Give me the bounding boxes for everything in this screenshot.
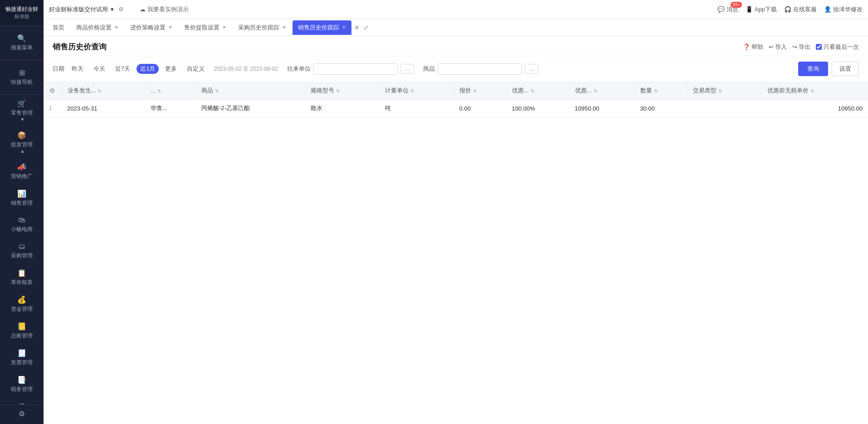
- import-icon: ↩: [769, 43, 774, 50]
- col-discount-price-label: 优惠...: [575, 87, 592, 95]
- date-btn-1month[interactable]: 近1月: [137, 64, 159, 74]
- sidebar-item-label: 采购管理: [11, 252, 33, 260]
- table-header-row: ⚙ 业务发生... ⇅ ... ⇅: [44, 82, 868, 100]
- col-trade-type[interactable]: 交易类型 ⇅: [687, 82, 761, 100]
- col-quantity[interactable]: 数量 ⇅: [634, 82, 687, 100]
- sidebar-search-section[interactable]: 🔍 搜索菜单: [0, 26, 44, 60]
- col-discount-rate-label: 优惠...: [512, 87, 529, 95]
- sidebar-item-purchase-mgmt[interactable]: 🗂 采购管理: [0, 238, 44, 264]
- headset-icon: 🎧: [784, 6, 791, 13]
- last-only-checkbox[interactable]: [816, 44, 822, 50]
- sidebar-item-wholesale-mgmt[interactable]: 📦 批发管理 ▲: [0, 126, 44, 158]
- cell-product: 丙烯酸-2-乙基己酯: [196, 100, 305, 117]
- sidebar-item-inventory[interactable]: 📋 库存核算: [0, 264, 44, 291]
- col-discount-price[interactable]: 优惠... ⇅: [569, 82, 634, 100]
- tab-pricing-strategy-close[interactable]: ✕: [168, 24, 172, 30]
- export-button[interactable]: ↪ 导出: [792, 43, 810, 51]
- col-spec[interactable]: 规格型号 ⇅: [305, 82, 380, 100]
- sidebar-item-sales-mgmt[interactable]: 📊 销售管理: [0, 185, 44, 212]
- tab-purchase-history-close[interactable]: ✕: [282, 24, 286, 30]
- tab-purchase-history[interactable]: 采购历史价跟踪 ✕: [233, 20, 292, 35]
- sidebar-item-account-mgmt[interactable]: 📒 总账管理: [0, 318, 44, 344]
- topbar: 好业财标准版交付试用 ▾ ⚙ ☁ 我要看实例演示 💬 消息 99+ 📱 App下…: [44, 0, 868, 19]
- sidebar-item-search-menu[interactable]: 🔍 搜索菜单: [0, 29, 44, 56]
- tab-home[interactable]: 首页: [47, 20, 70, 35]
- tab-price-extract-close[interactable]: ✕: [222, 24, 226, 30]
- col-discount-rate[interactable]: 优惠... ⇅: [507, 82, 570, 100]
- sales-icon: 📊: [17, 189, 26, 198]
- online-service-button[interactable]: 🎧 在线客服: [784, 5, 817, 14]
- help-button[interactable]: ❓ 帮助: [743, 43, 763, 51]
- col-more[interactable]: ... ⇅: [145, 82, 196, 100]
- tab-price-settings[interactable]: 商品价格设置 ✕: [71, 20, 124, 35]
- column-config-icon[interactable]: ⚙: [49, 87, 55, 94]
- col-pretax-price-label: 优惠前无税单价: [767, 87, 809, 95]
- purchase-icon: 🗂: [18, 242, 25, 251]
- export-icon: ↪: [792, 43, 797, 50]
- col-pretax-price[interactable]: 优惠前无税单价 ⇅: [761, 82, 868, 100]
- cell-quoted-price: 0.00: [454, 100, 507, 117]
- app-download-button[interactable]: 📱 App下载: [746, 5, 777, 14]
- date-btn-today[interactable]: 今天: [90, 64, 109, 74]
- from-unit-ellipsis-btn[interactable]: …: [400, 64, 414, 74]
- sort-icon: ⇅: [654, 88, 658, 93]
- col-biz-date-label: 业务发生...: [68, 87, 96, 95]
- close-window-icon[interactable]: ✕: [354, 24, 360, 31]
- date-btn-custom[interactable]: 自定义: [183, 64, 208, 74]
- setting-button[interactable]: 设置: [832, 62, 859, 76]
- search-actions: 查询 设置: [798, 62, 859, 76]
- sort-icon: ⇅: [98, 88, 101, 93]
- sidebar-item-ecommerce[interactable]: 🛍 小畅电商: [0, 212, 44, 238]
- last-only-checkbox-area[interactable]: 只看最后一次: [816, 43, 859, 51]
- product-input[interactable]: [438, 63, 522, 75]
- sidebar: 畅捷通好业财 标准版 🔍 搜索菜单 ⊞ 快捷导航 🛒 零售管理 ▼ 📦 批发管理…: [0, 0, 44, 424]
- sidebar-item-fund-mgmt[interactable]: 💰 资金管理: [0, 291, 44, 318]
- sidebar-nav-section[interactable]: ⊞ 快捷导航: [0, 60, 44, 95]
- tax-icon: 📑: [17, 376, 26, 384]
- maximize-window-icon[interactable]: ⤢: [363, 24, 369, 31]
- product-settings-icon[interactable]: ⚙: [118, 6, 124, 13]
- date-btn-yesterday[interactable]: 昨天: [68, 64, 87, 74]
- sidebar-item-label: 批发管理: [11, 141, 33, 149]
- tab-price-settings-close[interactable]: ✕: [114, 24, 118, 30]
- tab-price-extract[interactable]: 售价提取设置 ✕: [179, 20, 232, 35]
- messages-button[interactable]: 💬 消息 99+: [717, 5, 738, 14]
- col-unit-label: 计量单位: [385, 87, 409, 95]
- last-only-label: 只看最后一次: [824, 43, 859, 51]
- window-controls: ✕ ⤢: [354, 24, 369, 31]
- sidebar-item-marketing[interactable]: 📣 营销推广: [0, 158, 44, 185]
- date-btn-7days[interactable]: 近7天: [112, 64, 134, 74]
- query-button[interactable]: 查询: [798, 62, 828, 76]
- import-button[interactable]: ↩ 导入: [769, 43, 787, 51]
- sidebar-item-invoice-mgmt[interactable]: 🧾 发票管理: [0, 344, 44, 371]
- sort-icon: ⇅: [157, 88, 161, 93]
- sort-icon: ⇅: [531, 88, 534, 93]
- cell-num: 1: [44, 100, 62, 117]
- sort-icon: ⇅: [336, 88, 340, 93]
- invoice-icon: 🧾: [17, 349, 26, 357]
- product-selector[interactable]: 好业财标准版交付试用 ▾ ⚙: [49, 5, 131, 14]
- sidebar-item-ecom-mgmt[interactable]: 🖥 电商管理: [0, 398, 44, 405]
- tab-sales-history-close[interactable]: ✕: [342, 24, 346, 30]
- sidebar-item-label: 零售管理: [11, 109, 33, 117]
- col-gear[interactable]: ⚙: [44, 82, 62, 100]
- tab-pricing-strategy[interactable]: 进价策略设置 ✕: [125, 20, 178, 35]
- demo-text: 我要看实例演示: [147, 5, 189, 14]
- date-btn-more[interactable]: 更多: [161, 64, 180, 74]
- sidebar-item-quick-nav[interactable]: ⊞ 快捷导航: [0, 64, 44, 91]
- demo-link[interactable]: ☁ 我要看实例演示: [140, 5, 189, 14]
- col-product[interactable]: 商品 ⇅: [196, 82, 305, 100]
- user-menu[interactable]: 👤 徐泽华修改: [824, 5, 863, 14]
- from-unit-input[interactable]: [313, 63, 398, 75]
- sidebar-item-tax-mgmt[interactable]: 📑 税务管理: [0, 371, 44, 398]
- app-download-label: App下载: [755, 5, 777, 14]
- product-ellipsis-btn[interactable]: …: [525, 64, 538, 74]
- table-row[interactable]: 1 2023-05-31 华查... 丙烯酸-2-乙基己酯 散水 吨 0.00 …: [44, 100, 868, 117]
- tab-sales-history[interactable]: 销售历史价跟踪 ✕: [293, 20, 351, 35]
- col-biz-date[interactable]: 业务发生... ⇅: [62, 82, 145, 100]
- sidebar-item-settings[interactable]: ⚙: [0, 405, 44, 424]
- col-quoted-price[interactable]: 报价 ⇅: [454, 82, 507, 100]
- avatar-icon: 👤: [824, 6, 831, 13]
- col-unit[interactable]: 计量单位 ⇅: [380, 82, 454, 100]
- sidebar-item-retail-mgmt[interactable]: 🛒 零售管理 ▼: [0, 95, 44, 126]
